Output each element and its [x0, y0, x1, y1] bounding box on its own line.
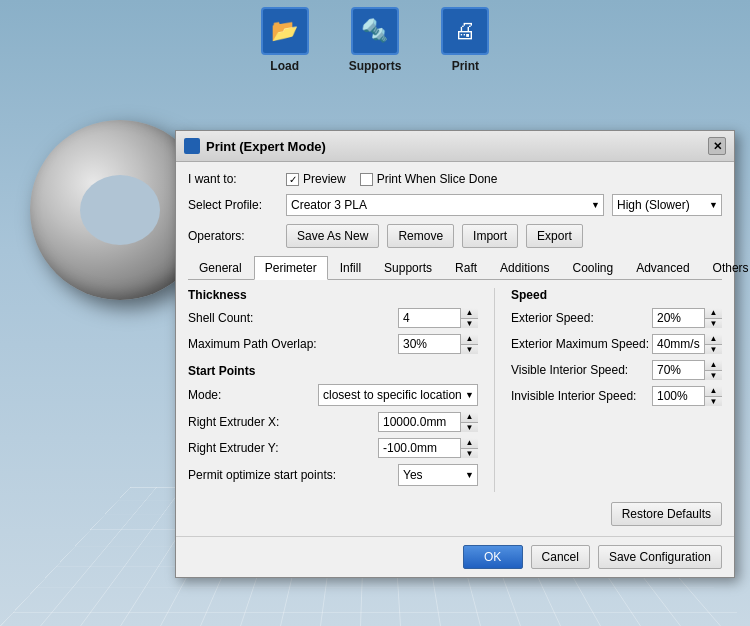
- dialog-title-left: Print (Expert Mode): [184, 138, 326, 154]
- right-extruder-y-up[interactable]: ▲: [461, 438, 478, 449]
- invisible-interior-speed-down[interactable]: ▼: [705, 397, 722, 407]
- permit-row: Permit optimize start points: Yes No: [188, 464, 478, 486]
- exterior-speed-arrows: ▲ ▼: [704, 308, 722, 328]
- right-extruder-x-row: Right Extruder X: ▲ ▼: [188, 412, 478, 432]
- remove-button[interactable]: Remove: [387, 224, 454, 248]
- visible-interior-speed-label: Visible Interior Speed:: [511, 363, 652, 377]
- tab-others[interactable]: Others: [702, 256, 750, 279]
- quality-select[interactable]: High (Slower)StandardLow (Faster)Custom: [612, 194, 722, 216]
- mode-select-wrap: closest to specific location random alig…: [318, 384, 478, 406]
- export-button[interactable]: Export: [526, 224, 583, 248]
- save-as-new-button[interactable]: Save As New: [286, 224, 379, 248]
- visible-interior-speed-row: Visible Interior Speed: ▲ ▼: [511, 360, 722, 380]
- shell-count-down[interactable]: ▼: [461, 319, 478, 329]
- shell-count-up[interactable]: ▲: [461, 308, 478, 319]
- tab-infill[interactable]: Infill: [329, 256, 372, 279]
- right-extruder-x-down[interactable]: ▼: [461, 423, 478, 433]
- quality-select-wrap: High (Slower)StandardLow (Faster)Custom: [612, 194, 722, 216]
- visible-interior-speed-up[interactable]: ▲: [705, 360, 722, 371]
- profile-select[interactable]: Creator 3 PLA: [286, 194, 604, 216]
- load-label: Load: [270, 59, 299, 73]
- tab-advanced[interactable]: Advanced: [625, 256, 700, 279]
- tab-additions[interactable]: Additions: [489, 256, 560, 279]
- supports-label: Supports: [349, 59, 402, 73]
- invisible-interior-speed-spinner: ▲ ▼: [652, 386, 722, 406]
- visible-interior-speed-down[interactable]: ▼: [705, 371, 722, 381]
- invisible-interior-speed-arrows: ▲ ▼: [704, 386, 722, 406]
- checkbox-group: ✓ Preview Print When Slice Done: [286, 172, 497, 186]
- import-button[interactable]: Import: [462, 224, 518, 248]
- dialog-body: I want to: ✓ Preview Print When Slice Do…: [176, 162, 734, 536]
- mode-row: Mode: closest to specific location rando…: [188, 384, 478, 406]
- preview-label: Preview: [303, 172, 346, 186]
- max-path-overlap-row: Maximum Path Overlap: ▲ ▼: [188, 334, 478, 354]
- exterior-max-speed-spinner: ▲ ▼: [652, 334, 722, 354]
- supports-icon: 🔩: [351, 7, 399, 55]
- tab-supports[interactable]: Supports: [373, 256, 443, 279]
- visible-interior-speed-arrows: ▲ ▼: [704, 360, 722, 380]
- permit-select-wrap: Yes No: [398, 464, 478, 486]
- print-icon: 🖨: [441, 7, 489, 55]
- max-path-overlap-up[interactable]: ▲: [461, 334, 478, 345]
- right-extruder-y-spinner: ▲ ▼: [378, 438, 478, 458]
- permit-select[interactable]: Yes No: [398, 464, 478, 486]
- right-column: Speed Exterior Speed: ▲ ▼ Exterior Maxim…: [495, 288, 722, 492]
- dialog-title: Print (Expert Mode): [206, 139, 326, 154]
- exterior-speed-row: Exterior Speed: ▲ ▼: [511, 308, 722, 328]
- toolbar-item-supports[interactable]: 🔩 Supports: [349, 7, 402, 73]
- right-extruder-x-label: Right Extruder X:: [188, 415, 378, 429]
- right-extruder-y-arrows: ▲ ▼: [460, 438, 478, 458]
- save-configuration-button[interactable]: Save Configuration: [598, 545, 722, 569]
- exterior-max-speed-row: Exterior Maximum Speed: ▲ ▼: [511, 334, 722, 354]
- max-path-overlap-arrows: ▲ ▼: [460, 334, 478, 354]
- right-extruder-y-label: Right Extruder Y:: [188, 441, 378, 455]
- exterior-max-speed-up[interactable]: ▲: [705, 334, 722, 345]
- print-dialog: Print (Expert Mode) ✕ I want to: ✓ Previ…: [175, 130, 735, 578]
- invisible-interior-speed-row: Invisible Interior Speed: ▲ ▼: [511, 386, 722, 406]
- speed-title: Speed: [511, 288, 722, 302]
- close-button[interactable]: ✕: [708, 137, 726, 155]
- tabs: General Perimeter Infill Supports Raft A…: [188, 256, 722, 280]
- thickness-title: Thickness: [188, 288, 478, 302]
- left-column: Thickness Shell Count: ▲ ▼ Maximum Path …: [188, 288, 495, 492]
- invisible-interior-speed-label: Invisible Interior Speed:: [511, 389, 652, 403]
- exterior-speed-label: Exterior Speed:: [511, 311, 652, 325]
- invisible-interior-speed-up[interactable]: ▲: [705, 386, 722, 397]
- mode-label: Mode:: [188, 388, 318, 402]
- max-path-overlap-label: Maximum Path Overlap:: [188, 337, 398, 351]
- tab-perimeter[interactable]: Perimeter: [254, 256, 328, 280]
- tab-content: Thickness Shell Count: ▲ ▼ Maximum Path …: [188, 288, 722, 492]
- permit-label: Permit optimize start points:: [188, 468, 398, 482]
- toolbar-item-load[interactable]: 📂 Load: [261, 7, 309, 73]
- mode-select[interactable]: closest to specific location random alig…: [318, 384, 478, 406]
- right-extruder-y-down[interactable]: ▼: [461, 449, 478, 459]
- start-points-title: Start Points: [188, 364, 478, 378]
- print-when-slice-label: Print When Slice Done: [377, 172, 498, 186]
- exterior-speed-down[interactable]: ▼: [705, 319, 722, 329]
- right-extruder-x-up[interactable]: ▲: [461, 412, 478, 423]
- shell-count-row: Shell Count: ▲ ▼: [188, 308, 478, 328]
- print-when-slice-checkbox[interactable]: [360, 173, 373, 186]
- ring-hole: [80, 175, 160, 245]
- select-profile-row: Select Profile: Creator 3 PLA High (Slow…: [188, 194, 722, 216]
- toolbar-item-print[interactable]: 🖨 Print: [441, 7, 489, 73]
- cancel-button[interactable]: Cancel: [531, 545, 590, 569]
- print-when-slice-checkbox-item[interactable]: Print When Slice Done: [360, 172, 498, 186]
- restore-defaults-button[interactable]: Restore Defaults: [611, 502, 722, 526]
- shell-count-spinner: ▲ ▼: [398, 308, 478, 328]
- select-profile-label: Select Profile:: [188, 198, 278, 212]
- print-label: Print: [452, 59, 479, 73]
- right-extruder-x-arrows: ▲ ▼: [460, 412, 478, 432]
- tab-general[interactable]: General: [188, 256, 253, 279]
- tab-raft[interactable]: Raft: [444, 256, 488, 279]
- tab-cooling[interactable]: Cooling: [561, 256, 624, 279]
- exterior-speed-up[interactable]: ▲: [705, 308, 722, 319]
- exterior-speed-spinner: ▲ ▼: [652, 308, 722, 328]
- exterior-max-speed-down[interactable]: ▼: [705, 345, 722, 355]
- max-path-overlap-down[interactable]: ▼: [461, 345, 478, 355]
- shell-count-label: Shell Count:: [188, 311, 398, 325]
- ok-button[interactable]: OK: [463, 545, 523, 569]
- right-extruder-x-spinner: ▲ ▼: [378, 412, 478, 432]
- preview-checkbox-item[interactable]: ✓ Preview: [286, 172, 346, 186]
- preview-checkbox[interactable]: ✓: [286, 173, 299, 186]
